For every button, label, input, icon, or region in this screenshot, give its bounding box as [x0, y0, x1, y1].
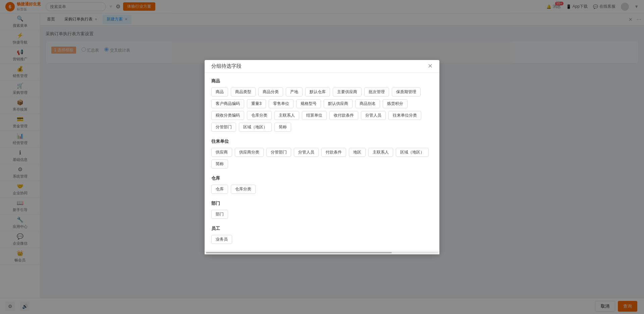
field-tags-department: 部门 — [211, 210, 433, 219]
field-tag-主要供应商[interactable]: 主要供应商 — [333, 87, 362, 97]
field-tag-区域（地区）[interactable]: 区域（地区） — [239, 123, 272, 132]
field-tag-默认供应商[interactable]: 默认供应商 — [324, 99, 353, 108]
modal-header: 分组待选字段 ✕ — [205, 60, 439, 73]
field-tag-分管部门[interactable]: 分管部门 — [211, 123, 236, 132]
field-tag-重量3[interactable]: 重量3 — [247, 99, 266, 108]
field-tag-付款条件[interactable]: 付款条件 — [321, 148, 346, 157]
section-warehouse: 仓库仓库仓库分类 — [211, 175, 433, 194]
field-tag-主联系人[interactable]: 主联系人 — [274, 111, 299, 120]
field-tag-规格型号[interactable]: 规格型号 — [296, 99, 321, 108]
modal-hscrollbar[interactable] — [205, 251, 439, 254]
section-employee: 员工业务员 — [211, 226, 433, 244]
field-tag-仓库[interactable]: 仓库 — [211, 185, 228, 194]
field-select-modal: 分组待选字段 ✕ 商品商品商品类型商品分类产地默认仓库主要供应商批次管理保质期管… — [205, 60, 439, 254]
field-tag-简称[interactable]: 简称 — [274, 123, 291, 132]
field-tag-商品别名[interactable]: 商品别名 — [355, 99, 380, 108]
section-title-goods: 商品 — [211, 78, 433, 84]
field-tag-批次管理[interactable]: 批次管理 — [364, 87, 389, 97]
field-tag-商品分类[interactable]: 商品分类 — [258, 87, 283, 97]
field-tag-供应商分类[interactable]: 供应商分类 — [235, 148, 264, 157]
field-tag-分管人员[interactable]: 分管人员 — [294, 148, 319, 157]
field-tags-partner: 供应商供应商分类分管部门分管人员付款条件地区主联系人区域（地区）简称 — [211, 148, 433, 169]
section-goods: 商品商品商品类型商品分类产地默认仓库主要供应商批次管理保质期管理客户商品编码重量… — [211, 78, 433, 132]
field-tags-goods: 商品商品类型商品分类产地默认仓库主要供应商批次管理保质期管理客户商品编码重量3零… — [211, 87, 433, 132]
field-tag-业务员[interactable]: 业务员 — [211, 235, 232, 244]
field-tag-地区[interactable]: 地区 — [349, 148, 366, 157]
modal-close-btn[interactable]: ✕ — [428, 63, 433, 69]
field-tags-employee: 业务员 — [211, 235, 433, 244]
section-title-employee: 员工 — [211, 226, 433, 232]
field-tag-产地[interactable]: 产地 — [286, 87, 303, 97]
field-tag-主联系人[interactable]: 主联系人 — [368, 148, 393, 157]
section-partner: 往来单位供应商供应商分类分管部门分管人员付款条件地区主联系人区域（地区）简称 — [211, 138, 433, 169]
modal-body[interactable]: 商品商品商品类型商品分类产地默认仓库主要供应商批次管理保质期管理客户商品编码重量… — [205, 73, 439, 251]
field-tag-结算单位[interactable]: 结算单位 — [302, 111, 327, 120]
field-tag-保质期管理[interactable]: 保质期管理 — [392, 87, 421, 97]
field-tag-分管人员[interactable]: 分管人员 — [361, 111, 386, 120]
field-tag-商品类型[interactable]: 商品类型 — [231, 87, 256, 97]
field-tag-商品[interactable]: 商品 — [211, 87, 228, 97]
section-title-warehouse: 仓库 — [211, 175, 433, 181]
field-tag-供应商[interactable]: 供应商 — [211, 148, 232, 157]
field-tag-客户商品编码[interactable]: 客户商品编码 — [211, 99, 244, 108]
section-title-partner: 往来单位 — [211, 138, 433, 144]
modal-title: 分组待选字段 — [211, 63, 241, 69]
field-tag-仓库分类[interactable]: 仓库分类 — [247, 111, 272, 120]
field-tag-默认仓库[interactable]: 默认仓库 — [305, 87, 330, 97]
field-tag-收付款条件[interactable]: 收付款条件 — [329, 111, 358, 120]
field-tag-往来单位分类[interactable]: 往来单位分类 — [388, 111, 421, 120]
field-tag-炼货积分[interactable]: 炼货积分 — [383, 99, 408, 108]
field-tag-部门[interactable]: 部门 — [211, 210, 228, 219]
field-tag-区域（地区）[interactable]: 区域（地区） — [396, 148, 429, 157]
field-tag-零售单位[interactable]: 零售单位 — [269, 99, 293, 108]
field-tag-仓库分类[interactable]: 仓库分类 — [231, 185, 256, 194]
field-tag-分管部门[interactable]: 分管部门 — [266, 148, 291, 157]
section-department: 部门部门 — [211, 200, 433, 219]
modal-overlay: 分组待选字段 ✕ 商品商品商品类型商品分类产地默认仓库主要供应商批次管理保质期管… — [0, 0, 644, 314]
field-tag-简称[interactable]: 简称 — [211, 160, 228, 169]
section-title-department: 部门 — [211, 200, 433, 206]
field-tags-warehouse: 仓库仓库分类 — [211, 185, 433, 194]
field-tag-税收分类编码[interactable]: 税收分类编码 — [211, 111, 244, 120]
